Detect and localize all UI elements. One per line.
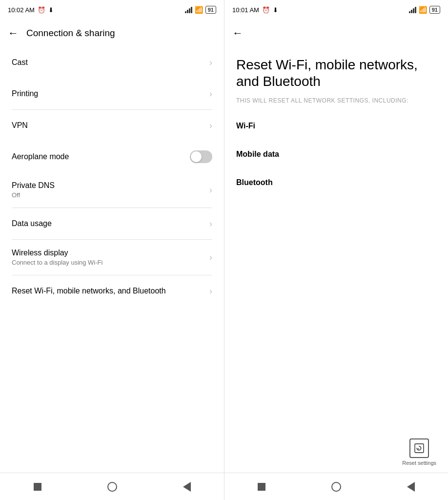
- reset-wifi-item: Wi-Fi: [224, 112, 448, 140]
- battery-right: 91: [429, 6, 440, 14]
- nav-square-left[interactable]: [29, 478, 46, 496]
- reset-wifi-chevron: ›: [209, 286, 212, 296]
- aeroplane-item-left: Aeroplane mode: [12, 152, 69, 161]
- bluetooth-label: Bluetooth: [236, 178, 273, 187]
- toggle-track: [190, 150, 212, 163]
- svg-rect-0: [415, 444, 424, 453]
- top-bar-right: ←: [224, 20, 448, 47]
- settings-item-reset-wifi[interactable]: Reset Wi-Fi, mobile networks, and Blueto…: [0, 275, 224, 307]
- content-right: Reset Wi-Fi, mobile networks, and Blueto…: [224, 47, 448, 473]
- wifi-icon: 📶: [195, 6, 203, 14]
- vpn-item-left: VPN: [12, 121, 28, 130]
- reset-wifi-item-left: Reset Wi-Fi, mobile networks, and Blueto…: [12, 287, 166, 295]
- nav-back-left[interactable]: [178, 478, 196, 496]
- time-right: 10:01 AM: [232, 6, 259, 14]
- nav-square-right[interactable]: [253, 478, 270, 496]
- settings-item-cast[interactable]: Cast ›: [0, 47, 224, 78]
- alarm-icon: ⏰: [38, 6, 45, 14]
- top-bar-left: ← Connection & sharing: [0, 20, 224, 47]
- nav-back-right[interactable]: [402, 478, 420, 496]
- bottom-nav-left: [0, 473, 224, 500]
- reset-mobile-data-item: Mobile data: [224, 140, 448, 168]
- data-usage-chevron: ›: [209, 219, 212, 229]
- private-dns-chevron: ›: [209, 185, 212, 195]
- reset-settings-icon: [414, 443, 425, 454]
- reset-page-title: Reset Wi-Fi, mobile networks, and Blueto…: [224, 47, 448, 93]
- private-dns-item-left: Private DNS Off: [12, 181, 55, 199]
- private-dns-title: Private DNS: [12, 181, 55, 190]
- nav-home-left[interactable]: [103, 478, 121, 496]
- printing-title: Printing: [12, 89, 38, 98]
- status-bar-left: 10:02 AM ⏰ ⬇ 📶 91: [0, 0, 224, 20]
- settings-item-wireless-display[interactable]: Wireless display Connect to a display us…: [0, 240, 224, 275]
- download-icon: ⬇: [48, 6, 54, 14]
- settings-item-vpn[interactable]: VPN ›: [0, 110, 224, 141]
- page-title-left: Connection & sharing: [26, 28, 115, 39]
- vpn-chevron: ›: [209, 121, 212, 131]
- square-icon-left: [34, 483, 41, 491]
- reset-wifi-title: Reset Wi-Fi, mobile networks, and Blueto…: [12, 287, 166, 295]
- download-icon-right: ⬇: [273, 6, 278, 14]
- toggle-thumb: [191, 151, 202, 162]
- battery-left: 91: [205, 6, 216, 14]
- wireless-display-title: Wireless display: [12, 249, 102, 257]
- triangle-icon-left: [183, 482, 191, 492]
- private-dns-subtitle: Off: [12, 191, 55, 199]
- settings-item-aeroplane[interactable]: Aeroplane mode: [0, 141, 224, 172]
- left-phone-panel: 10:02 AM ⏰ ⬇ 📶 91 ← Connection & sharing…: [0, 0, 224, 500]
- wireless-display-subtitle: Connect to a display using Wi-Fi: [12, 259, 102, 266]
- wireless-display-chevron: ›: [209, 252, 212, 263]
- status-bar-right: 10:01 AM ⏰ ⬇ 📶 91: [224, 0, 448, 20]
- reset-icon-container: [409, 438, 429, 458]
- right-phone-panel: 10:01 AM ⏰ ⬇ 📶 91 ← Reset Wi-Fi, mobile …: [224, 0, 448, 500]
- circle-icon-left: [107, 482, 117, 492]
- aeroplane-toggle[interactable]: [190, 150, 212, 163]
- vpn-title: VPN: [12, 121, 28, 130]
- reset-settings-button[interactable]: Reset settings: [402, 438, 436, 466]
- square-icon-right: [258, 483, 265, 491]
- wifi-icon-right: 📶: [419, 6, 427, 14]
- cast-chevron: ›: [209, 58, 212, 68]
- cast-item-left: Cast: [12, 58, 28, 67]
- time-left: 10:02 AM: [8, 6, 35, 14]
- signal-icon: [185, 6, 192, 13]
- alarm-icon-right: ⏰: [262, 6, 270, 14]
- wireless-display-item-left: Wireless display Connect to a display us…: [12, 249, 102, 266]
- status-right-left: 📶 91: [185, 6, 216, 14]
- status-right-right: 📶 91: [409, 6, 440, 14]
- data-usage-item-left: Data usage: [12, 219, 52, 228]
- aeroplane-title: Aeroplane mode: [12, 152, 69, 161]
- settings-item-printing[interactable]: Printing ›: [0, 78, 224, 109]
- wifi-label: Wi-Fi: [236, 122, 255, 130]
- status-time-left: 10:02 AM ⏰ ⬇: [8, 6, 54, 14]
- circle-icon-right: [331, 482, 341, 492]
- back-button-left[interactable]: ←: [8, 27, 19, 40]
- reset-bluetooth-item: Bluetooth: [224, 168, 448, 197]
- reset-page-subtitle: THIS WILL RESET ALL NETWORK SETTINGS, IN…: [224, 93, 448, 112]
- cast-title: Cast: [12, 58, 28, 67]
- content-left: Cast › Printing › VPN › Aeroplane mode: [0, 47, 224, 473]
- nav-home-right[interactable]: [327, 478, 345, 496]
- status-time-right: 10:01 AM ⏰ ⬇: [232, 6, 278, 14]
- printing-chevron: ›: [209, 89, 212, 99]
- settings-item-private-dns[interactable]: Private DNS Off ›: [0, 172, 224, 208]
- printing-item-left: Printing: [12, 89, 38, 98]
- bottom-nav-right: [224, 473, 448, 500]
- back-button-right[interactable]: ←: [232, 27, 243, 40]
- settings-item-data-usage[interactable]: Data usage ›: [0, 208, 224, 239]
- signal-icon-right: [409, 6, 416, 13]
- mobile-data-label: Mobile data: [236, 150, 279, 158]
- triangle-icon-right: [407, 482, 415, 492]
- data-usage-title: Data usage: [12, 219, 52, 228]
- reset-settings-label: Reset settings: [402, 460, 436, 466]
